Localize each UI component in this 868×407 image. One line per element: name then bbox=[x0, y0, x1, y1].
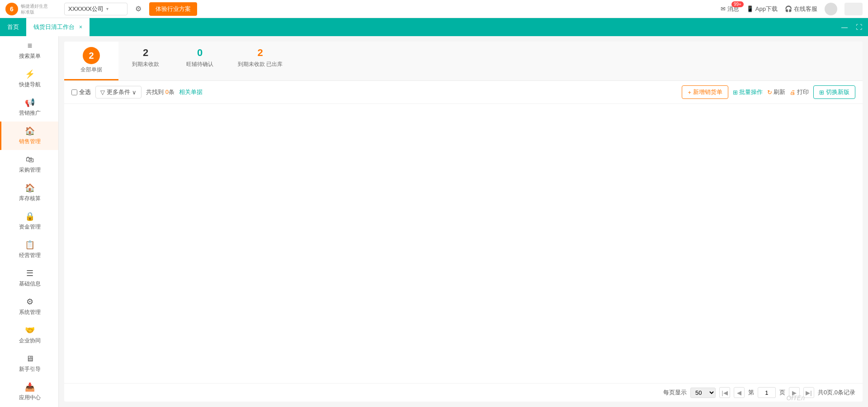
logo-icon: 6 bbox=[5, 3, 18, 15]
sidebar-label-inventory: 库存核算 bbox=[19, 195, 41, 202]
app-download-button[interactable]: 📱 App下载 bbox=[746, 5, 778, 13]
sidebar: ≡ 搜索菜单 ⚡ 快捷导航 📢 营销推广 🏠 销售管理 🛍 采购管理 🏠 库存核… bbox=[0, 36, 59, 407]
related-link[interactable]: 相关单据 bbox=[179, 88, 203, 96]
home-tab-label: 首页 bbox=[7, 23, 19, 31]
content-inner: 2 全部单据 2 到期未收款 0 旺辅待确认 2 到期未收款 已出库 bbox=[64, 42, 863, 402]
tab-home[interactable]: 首页 bbox=[0, 18, 26, 36]
print-label: 打印 bbox=[797, 88, 809, 96]
experience-button[interactable]: 体验行业方案 bbox=[149, 2, 197, 16]
stat-tab-shipped[interactable]: 2 到期未收款 已出库 bbox=[227, 42, 293, 80]
toolbar-right: + 新增销货单 ⊞ 批量操作 ↻ 刷新 🖨 打印 bbox=[682, 85, 855, 99]
sales-icon: 🏠 bbox=[25, 126, 35, 136]
tab-bar-right: — ⛶ bbox=[839, 18, 868, 36]
content-area: 2 全部单据 2 到期未收款 0 旺辅待确认 2 到期未收款 已出库 bbox=[59, 36, 868, 407]
sidebar-label-operations: 经营管理 bbox=[19, 252, 41, 259]
sidebar-label-purchase: 采购管理 bbox=[19, 166, 41, 174]
sidebar-label-finance: 资金管理 bbox=[19, 223, 41, 231]
select-all-input[interactable] bbox=[71, 89, 77, 95]
operations-icon: 📋 bbox=[25, 240, 35, 250]
filter-label: 更多条件 bbox=[107, 88, 130, 96]
stat-label-overdue: 到期未收款 bbox=[132, 61, 159, 68]
stat-label-wangwang: 旺辅待确认 bbox=[186, 61, 213, 68]
tab-close-button[interactable]: × bbox=[79, 24, 82, 30]
select-all-label: 全选 bbox=[79, 88, 91, 96]
last-page-button[interactable]: ▶| bbox=[803, 387, 814, 398]
stat-tab-wangwang[interactable]: 0 旺辅待确认 bbox=[173, 42, 227, 80]
sidebar-item-app-center[interactable]: 📥 应用中心 bbox=[0, 378, 58, 406]
user-avatar[interactable] bbox=[825, 3, 837, 15]
sidebar-item-system[interactable]: ⚙ 系统管理 bbox=[0, 292, 58, 321]
settings-button[interactable]: ⚙ bbox=[132, 3, 145, 15]
download-icon: 📱 bbox=[746, 5, 754, 12]
sidebar-item-guide[interactable]: 🖥 新手引导 bbox=[0, 349, 58, 378]
print-button[interactable]: 🖨 打印 bbox=[790, 88, 809, 96]
toolbar: 全选 ▽ 更多条件 ∨ 共找到 0条 相关单据 + 新增销货单 bbox=[64, 81, 863, 104]
user-name-area[interactable] bbox=[844, 3, 863, 15]
logo-text: 畅捷通好生意 标准版 bbox=[21, 3, 48, 15]
chevron-down-icon: ▾ bbox=[106, 6, 108, 11]
message-button[interactable]: ✉ 消息 99+ bbox=[721, 5, 739, 13]
stat-tab-all[interactable]: 2 全部单据 bbox=[64, 42, 118, 80]
stat-num-shipped: 2 bbox=[258, 47, 263, 59]
prev-page-button[interactable]: ◀ bbox=[734, 387, 745, 398]
sidebar-item-finance[interactable]: 🔒 资金管理 bbox=[0, 207, 58, 235]
tab-maximize-button[interactable]: ⛶ bbox=[854, 22, 864, 33]
company-name: XXXXXX公司 bbox=[68, 5, 104, 13]
batch-icon: ⊞ bbox=[733, 89, 738, 96]
stat-num-all: 2 bbox=[83, 47, 100, 64]
add-sales-order-button[interactable]: + 新增销货单 bbox=[682, 85, 728, 99]
app-center-icon: 📥 bbox=[25, 382, 35, 392]
sidebar-item-marketing[interactable]: 📢 营销推广 bbox=[0, 93, 58, 122]
main-layout: ≡ 搜索菜单 ⚡ 快捷导航 📢 营销推广 🏠 销售管理 🛍 采购管理 🏠 库存核… bbox=[0, 36, 868, 407]
stat-tab-overdue[interactable]: 2 到期未收款 bbox=[118, 42, 173, 80]
stat-num-overdue: 2 bbox=[143, 47, 148, 59]
page-label: 第 bbox=[748, 388, 754, 397]
sidebar-label-basic-info: 基础信息 bbox=[19, 280, 41, 288]
sidebar-label-search-menu: 搜索菜单 bbox=[19, 52, 41, 60]
stat-label-shipped: 到期未收款 已出库 bbox=[238, 61, 283, 68]
tab-minimize-button[interactable]: — bbox=[839, 22, 850, 33]
sidebar-label-app-center: 应用中心 bbox=[19, 394, 41, 402]
sidebar-item-cooperation[interactable]: 🤝 企业协同 bbox=[0, 321, 58, 349]
cooperation-icon: 🤝 bbox=[25, 325, 35, 335]
logo-area: 6 畅捷通好生意 标准版 bbox=[5, 3, 64, 15]
filter-button[interactable]: ▽ 更多条件 ∨ bbox=[95, 86, 142, 98]
stat-label-all: 全部单据 bbox=[80, 66, 102, 74]
purchase-icon: 🛍 bbox=[25, 154, 35, 164]
toolbar-left: 全选 ▽ 更多条件 ∨ 共找到 0条 相关单据 bbox=[71, 86, 676, 98]
company-selector[interactable]: XXXXXX公司 ▾ bbox=[64, 3, 127, 15]
sidebar-label-sales: 销售管理 bbox=[19, 138, 41, 145]
online-service-button[interactable]: 🎧 在线客服 bbox=[785, 5, 817, 13]
switch-version-button[interactable]: ⊞ 切换新版 bbox=[813, 85, 855, 99]
stat-num-wangwang: 0 bbox=[197, 47, 203, 59]
tab-qianhuoriqing[interactable]: 钱货日清工作台 × bbox=[26, 18, 90, 36]
sidebar-item-purchase[interactable]: 🛍 采购管理 bbox=[0, 150, 58, 178]
first-page-button[interactable]: |◀ bbox=[719, 387, 730, 398]
search-menu-icon: ≡ bbox=[25, 41, 35, 51]
system-icon: ⚙ bbox=[25, 297, 35, 307]
guide-icon: 🖥 bbox=[25, 354, 35, 364]
top-right-actions: ✉ 消息 99+ 📱 App下载 🎧 在线客服 bbox=[721, 3, 863, 15]
page-input[interactable] bbox=[758, 387, 776, 398]
switch-icon: ⊞ bbox=[819, 89, 824, 96]
sidebar-item-inventory[interactable]: 🏠 库存核算 bbox=[0, 178, 58, 207]
marketing-icon: 📢 bbox=[25, 98, 35, 108]
per-page-select[interactable]: 10 20 50 100 bbox=[690, 388, 716, 398]
sidebar-item-basic-info[interactable]: ☰ 基础信息 bbox=[0, 264, 58, 292]
refresh-button[interactable]: ↻ 刷新 bbox=[767, 88, 785, 96]
total-label: 共0页,0条记录 bbox=[818, 388, 855, 397]
sidebar-label-marketing: 营销推广 bbox=[19, 109, 41, 117]
batch-operation-button[interactable]: ⊞ 批量操作 bbox=[733, 88, 763, 96]
found-text: 共找到 0条 bbox=[146, 88, 175, 96]
select-all-checkbox[interactable]: 全选 bbox=[71, 88, 91, 96]
quick-nav-icon: ⚡ bbox=[25, 69, 35, 79]
per-page-label: 每页显示 bbox=[663, 388, 687, 397]
sidebar-item-sales[interactable]: 🏠 销售管理 bbox=[0, 122, 58, 150]
batch-label: 批量操作 bbox=[739, 88, 763, 96]
sidebar-item-operations[interactable]: 📋 经营管理 bbox=[0, 235, 58, 264]
sidebar-item-quick-nav[interactable]: ⚡ 快捷导航 bbox=[0, 65, 58, 93]
sidebar-item-search-menu[interactable]: ≡ 搜索菜单 bbox=[0, 36, 58, 65]
service-icon: 🎧 bbox=[785, 5, 792, 12]
sidebar-label-guide: 新手引导 bbox=[19, 365, 41, 373]
found-num: 0 bbox=[165, 89, 169, 95]
